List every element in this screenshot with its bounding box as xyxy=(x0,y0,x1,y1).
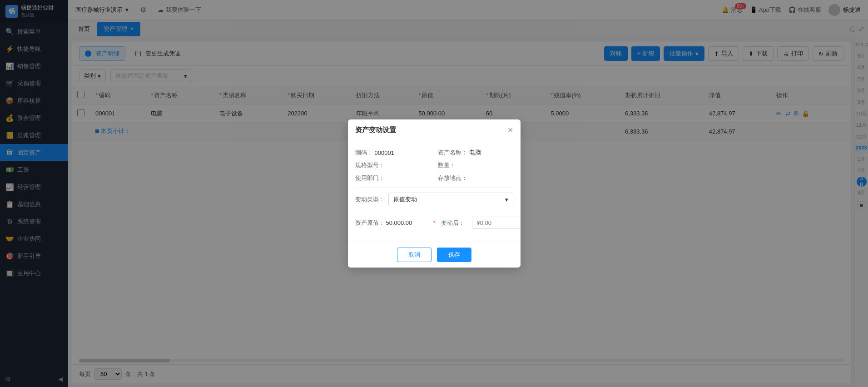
modal-info-section: 编码： 000001 资产名称： 电脑 规格型号： 数量： 使用部门： xyxy=(355,149,513,182)
modal-header: 资产变动设置 ✕ xyxy=(348,119,521,141)
chevron-down-icon: ▾ xyxy=(505,196,508,203)
modal-quantity-field: 数量： xyxy=(438,161,513,169)
asset-change-modal: 资产变动设置 ✕ 编码： 000001 资产名称： 电脑 规格型号： 数量： xyxy=(348,119,521,268)
modal-title: 资产变动设置 xyxy=(355,126,396,134)
modal-body: 编码： 000001 资产名称： 电脑 规格型号： 数量： 使用部门： xyxy=(348,141,521,242)
modal-code-value: 000001 xyxy=(375,149,394,156)
modal-overlay: 资产变动设置 ✕ 编码： 000001 资产名称： 电脑 规格型号： 数量： xyxy=(0,0,868,387)
modal-divider-2 xyxy=(355,212,513,212)
original-value-label: 资产原值： xyxy=(355,219,382,227)
required-star: * xyxy=(433,219,436,226)
modal-close-button[interactable]: ✕ xyxy=(507,126,513,134)
modal-name-field: 资产名称： 电脑 xyxy=(438,149,513,157)
cancel-button[interactable]: 取消 xyxy=(397,248,432,262)
modal-name-value: 电脑 xyxy=(469,149,481,157)
modal-dept-field: 使用部门： xyxy=(355,174,431,182)
modal-location-field: 存放地点： xyxy=(438,174,513,182)
change-type-label: 变动类型： xyxy=(355,195,385,203)
after-change-label: 变动后： xyxy=(441,219,468,227)
after-change-input[interactable] xyxy=(472,217,521,229)
modal-footer: 取消 保存 xyxy=(348,242,521,268)
modal-divider xyxy=(355,188,513,188)
save-button[interactable]: 保存 xyxy=(437,248,471,262)
modal-code-field: 编码： 000001 xyxy=(355,149,431,157)
modal-spec-field: 规格型号： xyxy=(355,161,431,169)
change-type-select[interactable]: 原值变动 ▾ xyxy=(388,193,513,206)
modal-original-value-row: 资产原值： 50,000.00 * 变动后： xyxy=(355,217,513,229)
original-value-display: 50,000.00 xyxy=(386,219,422,226)
change-type-value: 原值变动 xyxy=(393,195,417,203)
modal-change-type-row: 变动类型： 原值变动 ▾ xyxy=(355,193,513,206)
